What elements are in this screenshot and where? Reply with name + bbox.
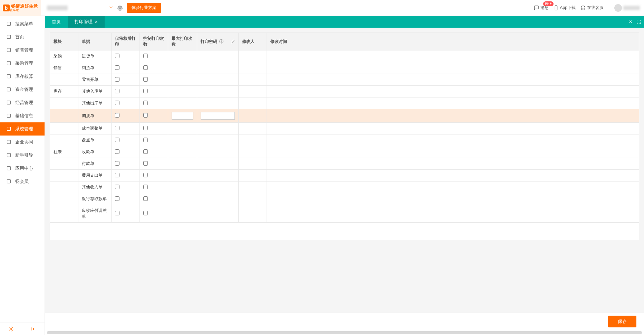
cell-max <box>168 158 197 170</box>
tab-1[interactable]: 打印管理✕ <box>68 16 105 28</box>
close-icon[interactable]: ✕ <box>95 20 98 24</box>
settings-icon[interactable] <box>9 326 14 332</box>
sidebar-item-4[interactable]: 库存核算 <box>0 70 45 83</box>
audit-checkbox[interactable] <box>115 161 119 166</box>
sidebar-item-7[interactable]: 基础信息 <box>0 109 45 122</box>
th-max-count: 最大打印次数 <box>168 33 197 50</box>
svg-rect-6 <box>7 62 11 65</box>
control-checkbox[interactable] <box>143 101 148 105</box>
max-count-input[interactable] <box>172 112 193 120</box>
online-service-link[interactable]: 在线客服 <box>580 5 604 11</box>
audit-checkbox[interactable] <box>115 113 119 118</box>
audit-checkbox[interactable] <box>115 89 119 93</box>
audit-checkbox[interactable] <box>115 149 119 154</box>
cell-audit <box>112 170 140 182</box>
sidebar-item-1[interactable]: 首页 <box>0 30 45 44</box>
horizontal-scrollbar[interactable] <box>45 330 644 335</box>
audit-checkbox[interactable] <box>115 196 119 201</box>
audit-checkbox[interactable] <box>115 138 119 142</box>
audit-checkbox[interactable] <box>115 65 119 70</box>
table-row: 采购进货单 <box>50 50 639 62</box>
messages-link[interactable]: 消息 99 + <box>534 5 549 11</box>
audit-checkbox[interactable] <box>115 77 119 82</box>
control-checkbox[interactable] <box>143 211 148 215</box>
audit-checkbox[interactable] <box>115 101 119 105</box>
control-checkbox[interactable] <box>143 173 148 177</box>
control-checkbox[interactable] <box>143 138 148 142</box>
sidebar-item-11[interactable]: 应用中心 <box>0 162 45 175</box>
sidebar-item-12[interactable]: 畅会员 <box>0 175 45 188</box>
cell-doc: 盘点单 <box>78 134 112 146</box>
cell-module: 采购 <box>50 50 78 62</box>
cell-modify-time <box>267 86 639 97</box>
avatar-icon <box>614 4 622 12</box>
top-bar: b 畅捷通好生意 轻享版 ﹀ 体验行业方案 消息 99 + App下载 在线客服… <box>0 0 644 16</box>
edit-icon[interactable] <box>231 39 235 44</box>
table-row: 应收应付调整单 <box>50 205 639 223</box>
finance-icon <box>6 87 12 92</box>
audit-checkbox[interactable] <box>115 211 119 215</box>
audit-checkbox[interactable] <box>115 126 119 130</box>
content-area: 模块 单据 仅审核后打印 控制打印次数 最大打印次数 打印密码 ⓘ <box>45 28 644 312</box>
cell-password <box>197 123 239 134</box>
app-download-link[interactable]: App下载 <box>554 5 576 11</box>
sidebar-item-8[interactable]: 系统管理 <box>0 122 45 136</box>
control-checkbox[interactable] <box>143 196 148 201</box>
tab-0[interactable]: 首页 <box>45 16 68 28</box>
control-checkbox[interactable] <box>143 89 148 93</box>
home-icon <box>6 34 12 40</box>
appcenter-icon <box>6 166 12 171</box>
guide-icon <box>6 152 12 158</box>
audit-checkbox[interactable] <box>115 54 119 58</box>
password-input[interactable] <box>201 112 235 120</box>
audit-checkbox[interactable] <box>115 173 119 177</box>
cell-control <box>140 146 168 158</box>
sidebar-item-2[interactable]: 销售管理 <box>0 44 45 57</box>
footer-bar: 保存 <box>45 312 644 330</box>
trial-button[interactable]: 体验行业方案 <box>127 3 161 13</box>
sidebar-item-label: 采购管理 <box>15 60 33 66</box>
cell-doc: 付款单 <box>78 158 112 170</box>
sidebar-item-5[interactable]: 资金管理 <box>0 83 45 96</box>
tab-close-all-icon[interactable]: ✕ <box>629 19 632 24</box>
control-checkbox[interactable] <box>143 126 148 130</box>
th-password-label: 打印密码 <box>201 39 217 45</box>
cell-max <box>168 109 197 123</box>
cell-audit <box>112 62 140 74</box>
table-row: 费用支出单 <box>50 170 639 182</box>
collapse-icon[interactable] <box>31 326 36 332</box>
fullscreen-icon[interactable] <box>636 19 641 24</box>
control-checkbox[interactable] <box>143 161 148 166</box>
control-checkbox[interactable] <box>143 65 148 70</box>
cell-max <box>168 62 197 74</box>
sidebar-item-label: 新手引导 <box>15 152 33 158</box>
cell-modify-time <box>267 109 639 123</box>
sidebar-item-0[interactable]: 搜索菜单 <box>0 17 45 30</box>
audit-checkbox[interactable] <box>115 185 119 189</box>
cell-control <box>140 86 168 97</box>
logo-icon: b <box>3 4 10 11</box>
sidebar-item-9[interactable]: 企业协同 <box>0 136 45 149</box>
gear-icon[interactable] <box>117 5 123 11</box>
cell-module <box>50 182 78 193</box>
save-button[interactable]: 保存 <box>608 316 636 327</box>
cell-module <box>50 158 78 170</box>
sidebar-item-3[interactable]: 采购管理 <box>0 57 45 70</box>
sidebar-item-10[interactable]: 新手引导 <box>0 149 45 162</box>
control-checkbox[interactable] <box>143 149 148 154</box>
user-menu[interactable] <box>614 4 640 12</box>
svg-rect-10 <box>7 114 11 118</box>
control-checkbox[interactable] <box>143 113 148 118</box>
control-checkbox[interactable] <box>143 185 148 189</box>
company-selector[interactable]: ﹀ <box>47 5 113 11</box>
online-service-label: 在线客服 <box>587 5 604 11</box>
cell-max <box>168 205 197 223</box>
control-checkbox[interactable] <box>143 54 148 58</box>
control-checkbox[interactable] <box>143 77 148 82</box>
messages-badge: 99 + <box>543 1 554 6</box>
sidebar-item-6[interactable]: 经营管理 <box>0 96 45 109</box>
help-icon[interactable]: ⓘ <box>219 39 223 45</box>
cell-audit <box>112 205 140 223</box>
search-icon <box>6 21 12 27</box>
cell-modify-time <box>267 134 639 146</box>
